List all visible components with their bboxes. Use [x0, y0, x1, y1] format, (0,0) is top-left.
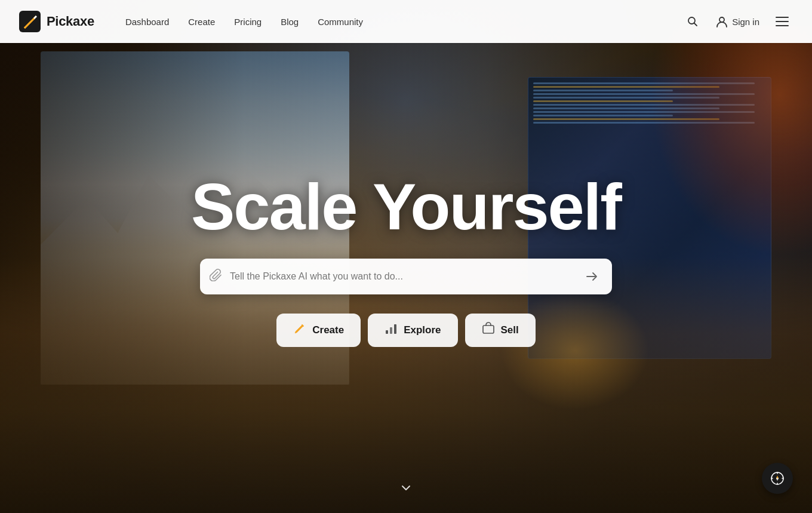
- cta-buttons: Create Explore Sell: [276, 314, 536, 347]
- sign-in-button[interactable]: Sign in: [713, 10, 762, 33]
- search-input[interactable]: [230, 271, 574, 282]
- hamburger-icon: [776, 17, 789, 26]
- nav-link-create[interactable]: Create: [181, 12, 222, 32]
- logo[interactable]: Pickaxe: [19, 11, 94, 32]
- fab-button[interactable]: [762, 463, 793, 494]
- hero-title: Scale Yourself: [191, 174, 621, 239]
- hero-content: Scale Yourself Create: [0, 43, 812, 513]
- cta-sell-button[interactable]: Sell: [465, 314, 536, 347]
- search-box: [200, 259, 612, 294]
- svg-rect-6: [394, 324, 396, 334]
- cta-create-label: Create: [312, 324, 344, 336]
- cta-explore-button[interactable]: Explore: [368, 314, 457, 347]
- nav-link-community[interactable]: Community: [310, 12, 370, 32]
- sell-icon: [482, 322, 495, 338]
- nav-right: Sign in: [682, 10, 793, 33]
- sign-in-label: Sign in: [732, 17, 759, 27]
- create-icon: [293, 322, 306, 338]
- search-icon: [687, 16, 699, 27]
- compass-icon: [770, 471, 785, 486]
- nav-link-pricing[interactable]: Pricing: [227, 12, 269, 32]
- nav-link-dashboard[interactable]: Dashboard: [118, 12, 176, 32]
- nav-links: Dashboard Create Pricing Blog Community: [118, 12, 370, 32]
- svg-rect-5: [390, 327, 392, 334]
- cta-create-button[interactable]: Create: [276, 314, 361, 347]
- svg-rect-7: [483, 325, 494, 333]
- svg-point-3: [719, 17, 724, 22]
- scroll-indicator[interactable]: [399, 481, 413, 499]
- logo-text: Pickaxe: [47, 14, 94, 29]
- cta-explore-label: Explore: [404, 324, 441, 336]
- search-submit-button[interactable]: [581, 266, 602, 287]
- cta-sell-label: Sell: [501, 324, 519, 336]
- nav-link-blog[interactable]: Blog: [273, 12, 306, 32]
- explore-icon: [385, 322, 398, 338]
- user-icon: [715, 15, 728, 28]
- logo-icon: [19, 11, 41, 32]
- nav-left: Pickaxe Dashboard Create Pricing Blog Co…: [19, 11, 370, 32]
- svg-rect-4: [386, 330, 388, 334]
- navbar: Pickaxe Dashboard Create Pricing Blog Co…: [0, 0, 812, 43]
- attach-icon[interactable]: [210, 268, 223, 284]
- search-button[interactable]: [682, 11, 703, 32]
- svg-line-2: [694, 23, 697, 26]
- hamburger-menu-button[interactable]: [771, 11, 793, 32]
